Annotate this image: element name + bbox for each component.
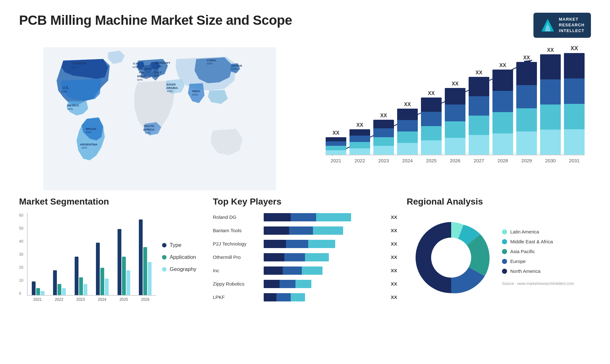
player-row-bantam: Bantam Tools XX: [213, 226, 397, 235]
players-title: Top Key Players: [213, 197, 397, 207]
svg-text:AFRICA: AFRICA: [143, 127, 154, 131]
player-name-roland: Roland DG: [213, 214, 261, 220]
svg-text:ARGENTINA: ARGENTINA: [80, 142, 98, 146]
svg-text:U.S.: U.S.: [63, 86, 69, 89]
seg-x-labels: 2021 2022 2023 2024 2025 2026: [27, 297, 156, 302]
regional-content: Latin America Middle East & Africa Asia …: [407, 213, 591, 302]
svg-text:xx%: xx%: [167, 89, 173, 93]
svg-text:JAPAN: JAPAN: [232, 64, 242, 67]
bar-group-2024: XX: [397, 102, 418, 155]
bar-stack-2025: [421, 98, 442, 155]
player-bar-roland: [264, 213, 386, 221]
donut-center: [431, 238, 471, 278]
bar-stack-2028: [492, 70, 513, 155]
player-name-othermill: Othermill Pro: [213, 254, 261, 260]
legend-europe-label: Europe: [510, 259, 525, 264]
bar-stack-2024: [397, 109, 418, 155]
svg-text:SAUDI: SAUDI: [166, 83, 175, 86]
legend-mea-label: Middle East & Africa: [510, 239, 553, 244]
svg-text:INDIA: INDIA: [192, 89, 200, 93]
svg-text:GERMANY: GERMANY: [155, 61, 171, 64]
bar-group-2030: XX: [540, 47, 561, 155]
player-row-zippy: Zippy Robotics XX: [213, 280, 397, 288]
seg-bar-2022: [51, 213, 69, 295]
bottom-row: Market Segmentation 60 50 40 30 20 10 0: [19, 197, 591, 307]
svg-text:xx%: xx%: [71, 65, 77, 69]
bar-stack-2026: [445, 88, 465, 155]
svg-text:xx%: xx%: [137, 78, 143, 81]
bar-group-2028: XX: [492, 63, 513, 155]
svg-text:xx%: xx%: [232, 67, 238, 71]
svg-text:BRAZIL: BRAZIL: [86, 127, 97, 130]
player-name-bantam: Bantam Tools: [213, 228, 261, 233]
player-bar-lpkf: [264, 293, 386, 301]
segmentation-content: 60 50 40 30 20 10 0: [19, 213, 203, 302]
donut-svg: [407, 213, 496, 302]
svg-rect-2: [546, 26, 550, 31]
svg-text:MEXICO: MEXICO: [67, 104, 79, 107]
svg-text:xx%: xx%: [67, 107, 73, 110]
header: PCB Milling Machine Market Size and Scop…: [19, 13, 591, 38]
donut-chart: [407, 213, 496, 302]
regional-section: Regional Analysis: [407, 197, 591, 307]
seg-bar-2023: [72, 213, 90, 295]
bar-group-2022: XX: [349, 122, 370, 155]
seg-chart-wrapper: 60 50 40 30 20 10 0: [19, 213, 156, 302]
svg-text:xx%: xx%: [145, 131, 151, 134]
svg-text:xx%: xx%: [207, 62, 213, 65]
svg-text:U.K.: U.K.: [133, 62, 139, 65]
page: PCB Milling Machine Market Size and Scop…: [0, 0, 610, 364]
legend-application-label: Application: [170, 254, 196, 260]
bar-stack-2029: [516, 62, 537, 155]
legend-north-america: North America: [502, 268, 574, 274]
regional-legend: Latin America Middle East & Africa Asia …: [502, 229, 574, 286]
legend-type-dot: [162, 243, 166, 247]
legend-mea: Middle East & Africa: [502, 239, 574, 244]
players-section: Top Key Players Roland DG XX Bantam Tool…: [213, 197, 397, 307]
svg-text:ITALY: ITALY: [154, 70, 162, 74]
world-map-section: CANADA xx% U.S. xx% MEXICO xx% BRAZIL xx…: [19, 47, 300, 190]
segmentation-title: Market Segmentation: [19, 197, 203, 207]
bar-group-2027: XX: [469, 70, 489, 155]
player-xx-lpkf: XX: [391, 294, 397, 300]
segmentation-section: Market Segmentation 60 50 40 30 20 10 0: [19, 197, 203, 307]
player-name-lpkf: LPKF: [213, 294, 261, 300]
bar-group-2023: XX: [373, 113, 394, 155]
svg-text:xx%: xx%: [82, 146, 87, 149]
svg-text:xx%: xx%: [192, 92, 198, 96]
y-axis: 60 50 40 30 20 10 0: [19, 213, 23, 296]
bar-group-2029: XX: [516, 55, 537, 155]
bar-group-2021: XX: [326, 130, 346, 155]
player-row-inc: Inc XX: [213, 266, 397, 275]
player-bar-othermill: [264, 253, 386, 261]
svg-text:xx%: xx%: [156, 64, 162, 68]
player-name-p2j: P2J Technology: [213, 241, 261, 246]
growth-chart-section: XX XX: [310, 47, 591, 190]
svg-text:CHINA: CHINA: [207, 58, 216, 62]
svg-text:xx%: xx%: [132, 65, 138, 68]
svg-text:xx%: xx%: [139, 70, 145, 74]
logo-text: MARKET RESEARCH INTELLECT: [559, 17, 585, 34]
player-xx-inc: XX: [391, 268, 397, 273]
player-bar-inc: [264, 266, 386, 275]
player-name-inc: Inc: [213, 268, 261, 273]
player-xx-roland: XX: [391, 214, 397, 220]
growth-chart: XX XX: [326, 54, 585, 174]
svg-text:CANADA: CANADA: [71, 62, 86, 65]
legend-geography: Geography: [162, 266, 203, 273]
player-bar-bantam: [264, 226, 386, 235]
year-labels-row: 2021 2022 2023 2024 2025 2026 2027 2028 …: [326, 158, 585, 163]
bar-group-2025: XX: [421, 91, 442, 155]
bar-stack-2021: [326, 137, 346, 155]
player-name-zippy: Zippy Robotics: [213, 281, 261, 286]
legend-north-america-label: North America: [510, 268, 540, 274]
player-xx-bantam: XX: [391, 228, 397, 233]
world-map-svg: CANADA xx% U.S. xx% MEXICO xx% BRAZIL xx…: [19, 47, 300, 190]
bar-stack-2022: [349, 129, 370, 155]
svg-text:xx%: xx%: [154, 74, 159, 77]
bar-stack-2031: [564, 53, 585, 155]
legend-apac-label: Asia Pacific: [510, 249, 535, 254]
player-row-othermill: Othermill Pro XX: [213, 253, 397, 261]
legend-latin-label: Latin America: [510, 229, 539, 234]
bar-group-2031: XX: [564, 45, 585, 155]
